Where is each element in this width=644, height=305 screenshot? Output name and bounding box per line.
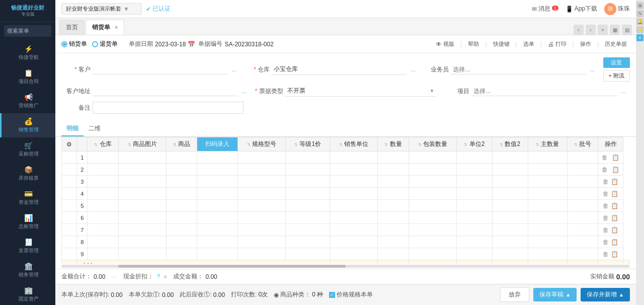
td-quantity-2[interactable] bbox=[378, 164, 409, 176]
td-pack-qty-1[interactable] bbox=[409, 151, 456, 164]
copy-icon-9[interactable]: 📋 bbox=[611, 251, 618, 258]
price-checkbox-item[interactable]: ✓ 价格规格本单 bbox=[329, 290, 373, 299]
td-unit2-2[interactable] bbox=[456, 164, 492, 176]
th-batch-import[interactable]: 扫码录入 bbox=[197, 137, 238, 151]
delete-icon-3[interactable]: 🗑 bbox=[603, 178, 609, 185]
sidebar-item-tax[interactable]: 🏛️ 税务管理 bbox=[0, 258, 55, 282]
td-product-2[interactable] bbox=[167, 164, 197, 176]
td-price1-1[interactable] bbox=[286, 151, 330, 164]
scrollbar-thumb[interactable] bbox=[118, 265, 346, 268]
th-sales-unit[interactable]: ⇅ 销售单位 bbox=[330, 137, 378, 151]
th-price1[interactable]: ⇅ 等级1价 bbox=[286, 137, 330, 151]
th-quantity[interactable]: ⇅ 数量 bbox=[378, 137, 409, 151]
right-panel-icon-4[interactable]: ⭐ bbox=[636, 26, 643, 33]
sidebar-item-sales-mgmt[interactable]: 💰 销售管理 bbox=[0, 113, 55, 137]
salesperson-dots[interactable]: ... bbox=[590, 66, 595, 73]
save-draft-button[interactable]: 保存草稿 ▲ bbox=[533, 288, 577, 301]
project-input[interactable] bbox=[471, 87, 617, 96]
td-qty2-1[interactable] bbox=[492, 151, 528, 164]
abandon-button[interactable]: 放弃 bbox=[500, 287, 529, 302]
right-panel-icon-2[interactable]: ✎ bbox=[636, 10, 643, 17]
td-product-1[interactable] bbox=[167, 151, 197, 164]
shortcut-button[interactable]: 快捷键 bbox=[490, 39, 513, 49]
customer-addr-dots[interactable]: ... bbox=[242, 88, 247, 95]
th-batch[interactable]: ⇅ 批号 bbox=[567, 137, 598, 151]
tab-nav-close[interactable]: × bbox=[598, 25, 608, 35]
th-spec-model[interactable]: ⇅ 规格型号 bbox=[237, 137, 285, 151]
invoice-type-select[interactable]: 不开票 ▼ bbox=[285, 86, 437, 97]
save-new-button[interactable]: 保存并新增 ▲ bbox=[581, 288, 630, 301]
copy-icon-7[interactable]: 📋 bbox=[611, 226, 618, 234]
td-pack-qty-2[interactable] bbox=[409, 164, 456, 176]
delete-icon-5[interactable]: 🗑 bbox=[603, 202, 609, 209]
th-product-img[interactable]: ⇅ 商品图片 bbox=[118, 137, 166, 151]
sidebar-item-invoice[interactable]: 🧾 发票管理 bbox=[0, 234, 55, 258]
td-warehouse-1[interactable] bbox=[88, 151, 118, 164]
delete-icon-4[interactable]: 🗑 bbox=[603, 190, 609, 197]
tab-detail[interactable]: 明细 bbox=[61, 122, 84, 136]
th-unit2[interactable]: ⇅ 单位2 bbox=[456, 137, 492, 151]
help-button[interactable]: 帮助 bbox=[465, 39, 482, 49]
delete-icon-2[interactable]: 🗑 bbox=[602, 166, 608, 173]
horizontal-scrollbar[interactable] bbox=[61, 265, 630, 268]
sidebar-item-fixed-assets[interactable]: 🏢 固定资产 bbox=[0, 282, 55, 305]
td-product-img-1[interactable] bbox=[118, 151, 166, 164]
message-action[interactable]: ✉ 消息 1 bbox=[532, 5, 558, 13]
print-button[interactable]: 🖨 打印 bbox=[545, 39, 570, 49]
td-qty2-2[interactable] bbox=[492, 164, 528, 176]
tab-nav-next[interactable]: › bbox=[586, 25, 596, 35]
customer-addr-input[interactable] bbox=[93, 87, 238, 96]
delete-icon-9[interactable]: 🗑 bbox=[603, 251, 609, 258]
td-sales-unit-1[interactable] bbox=[330, 151, 378, 164]
th-qty2[interactable]: ⇅ 数值2 bbox=[492, 137, 528, 151]
th-product[interactable]: ⇅ 商品 bbox=[167, 137, 197, 151]
calendar-icon[interactable]: 📅 bbox=[188, 41, 195, 48]
customer-input[interactable] bbox=[93, 65, 227, 74]
copy-icon-5[interactable]: 📋 bbox=[611, 202, 618, 209]
select-button[interactable]: 选单 bbox=[520, 39, 537, 49]
price-checkbox[interactable]: ✓ bbox=[329, 292, 335, 298]
copy-icon-2[interactable]: 📋 bbox=[612, 166, 619, 173]
user-action[interactable]: 珠 珠珠 bbox=[604, 3, 630, 15]
sidebar-item-quick-nav[interactable]: ⚡ 快捷导航 bbox=[0, 41, 55, 65]
td-batch-1[interactable] bbox=[567, 151, 598, 164]
copy-icon-3[interactable]: 📋 bbox=[611, 178, 618, 185]
sidebar-item-marketing[interactable]: 📢 营销推广 bbox=[0, 89, 55, 113]
th-warehouse[interactable]: ⇅ 仓库 bbox=[88, 137, 118, 151]
sidebar-item-accounting[interactable]: 📊 总账管理 bbox=[0, 210, 55, 234]
calc-icon[interactable]: ？ bbox=[155, 272, 162, 281]
search-menu-button[interactable]: 搜索菜单 bbox=[4, 25, 51, 37]
note-input[interactable] bbox=[93, 102, 244, 114]
right-panel-icon-1[interactable]: ⊞ bbox=[636, 2, 643, 9]
sidebar-item-inventory[interactable]: 📦 库存核算 bbox=[0, 162, 55, 186]
sidebar-item-project-contract[interactable]: 📋 项目合同 bbox=[0, 65, 55, 89]
copy-icon-8[interactable]: 📋 bbox=[611, 239, 618, 246]
td-spec-model-2[interactable] bbox=[237, 164, 285, 176]
tab-2d[interactable]: 二维 bbox=[84, 122, 106, 136]
td-batch-import-1[interactable] bbox=[197, 151, 238, 164]
tab-close-icon[interactable]: × bbox=[115, 25, 118, 30]
operations-button[interactable]: 操作 bbox=[577, 39, 594, 49]
right-panel-icon-5[interactable]: ≡ bbox=[636, 34, 643, 41]
th-pack-qty[interactable]: ⇅ 包装数量 bbox=[409, 137, 456, 151]
tab-home[interactable]: 首页 bbox=[59, 20, 85, 35]
tab-sales-order[interactable]: 销货单 × bbox=[86, 20, 124, 35]
tab-nav-grid2[interactable]: ▤ bbox=[622, 25, 632, 35]
delete-icon-8[interactable]: 🗑 bbox=[603, 239, 609, 246]
td-batch-2[interactable] bbox=[567, 164, 598, 176]
project-dots[interactable]: ... bbox=[621, 88, 626, 95]
right-panel-icon-3[interactable]: 🔔 bbox=[636, 18, 643, 25]
td-main-qty-2[interactable] bbox=[528, 164, 567, 176]
view-button[interactable]: 👁 视版 bbox=[433, 39, 457, 49]
history-button[interactable]: 历史单据 bbox=[602, 39, 630, 49]
radio-return-order[interactable]: 退货单 bbox=[92, 40, 118, 48]
tab-nav-prev[interactable]: ‹ bbox=[574, 25, 584, 35]
copy-icon-1[interactable]: 📋 bbox=[612, 154, 619, 161]
tab-nav-grid1[interactable]: ▦ bbox=[610, 25, 620, 35]
customer-dots[interactable]: ... bbox=[231, 66, 236, 73]
td-quantity-1[interactable] bbox=[378, 151, 409, 164]
delete-icon-7[interactable]: 🗑 bbox=[603, 226, 609, 234]
salesperson-input[interactable] bbox=[451, 65, 586, 74]
copy-icon-6[interactable]: 📋 bbox=[611, 214, 618, 221]
td-product-img-2[interactable] bbox=[118, 164, 166, 176]
